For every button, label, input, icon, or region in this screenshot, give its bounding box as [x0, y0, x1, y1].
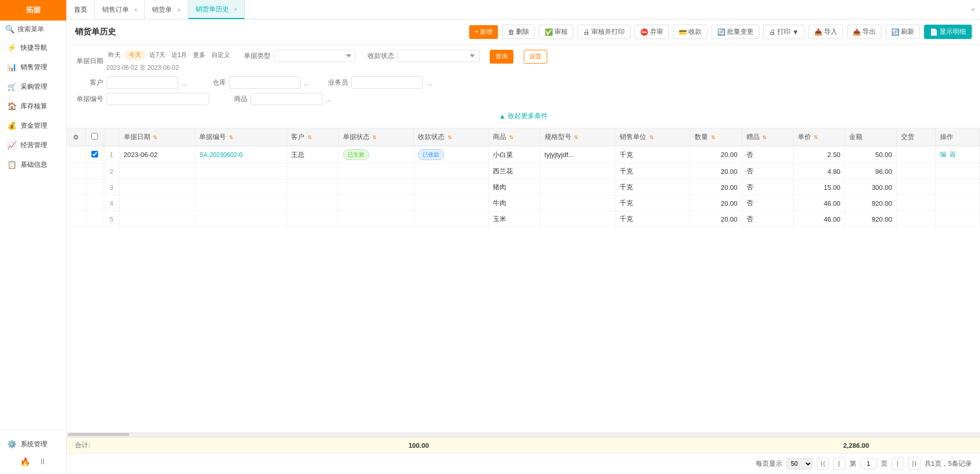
th-qty[interactable]: 数量 ⇅ [690, 128, 742, 146]
th-customer[interactable]: 客户 ⇅ [287, 128, 338, 146]
th-spec[interactable]: 规格型号 ⇅ [540, 128, 615, 146]
cell-unit-2: 千克 [615, 180, 690, 195]
th-price[interactable]: 单价 ⇅ [793, 128, 844, 146]
sidebar-item-inventory[interactable]: 🏠 库存核算 [0, 96, 66, 116]
cell-checkbox-1[interactable] [85, 164, 104, 180]
date-shortcuts: 昨天 今天 近7天 近1月 更多 自定义 [106, 50, 232, 61]
date-btn-7days[interactable]: 近7天 [147, 50, 167, 61]
staff-input[interactable] [351, 76, 423, 89]
cell-docno-4 [195, 211, 287, 227]
abandon-button[interactable]: ⛔ 弃审 [635, 25, 669, 39]
warehouse-dots[interactable]: ... [304, 78, 310, 87]
date-btn-today[interactable]: 今天 [125, 50, 145, 61]
cell-docdate-1 [119, 164, 195, 180]
cell-docno-1 [195, 164, 287, 180]
goods-dots[interactable]: ... [325, 95, 332, 103]
audit-print-button[interactable]: 🖨 审核并打印 [578, 25, 630, 39]
page-first-button[interactable]: ⟨⟨ [817, 458, 829, 470]
warehouse-filter-group: 仓库 ... [198, 76, 310, 89]
page-num-input[interactable] [860, 459, 877, 469]
action-edit-0[interactable]: 编 [940, 151, 946, 158]
row-checkbox-0[interactable] [91, 151, 98, 157]
customer-dots[interactable]: ... [181, 78, 187, 87]
cell-price-0: 2.50 [793, 146, 844, 164]
print-button[interactable]: 🖨 打印 ▼ [763, 25, 804, 39]
filter-row-1: 单据日期 昨天 今天 近7天 近1月 更多 自定义 2023-06-02 至 2… [75, 50, 972, 72]
cell-gift-1: 否 [742, 164, 793, 180]
sidebar-pause-icon[interactable]: ⏸ [39, 457, 47, 467]
cell-paystatus-0: 已收款 [414, 146, 489, 164]
tab-sales-delivery-close[interactable]: × [177, 7, 180, 13]
staff-dots[interactable]: ... [426, 78, 432, 87]
sidebar-item-purchase-mgmt[interactable]: 🛒 采购管理 [0, 77, 66, 96]
doc-type-select[interactable] [274, 50, 356, 62]
show-detail-button[interactable]: 📄 显示明细 [924, 25, 972, 39]
cell-checkbox-2[interactable] [85, 180, 104, 195]
collapse-button[interactable]: ▲ 收起更多条件 [75, 109, 972, 123]
cell-checkbox-0[interactable] [85, 146, 104, 164]
warehouse-input[interactable] [229, 76, 301, 89]
audit-button[interactable]: ✅ 审核 [539, 25, 573, 39]
th-doc-status[interactable]: 单据状态 ⇅ [338, 128, 413, 146]
per-page-select[interactable]: 50 100 [786, 458, 813, 469]
collect-button[interactable]: 💳 收款 [673, 25, 707, 39]
export-button[interactable]: 📤 导出 [847, 25, 881, 39]
filter-row-3: 单据编号 商品 ... [75, 93, 972, 105]
date-btn-yesterday[interactable]: 昨天 [106, 50, 123, 61]
th-unit[interactable]: 销售单位 ⇅ [615, 128, 690, 146]
sidebar-item-search-menu[interactable]: 🔍 搜索菜单 [0, 21, 66, 38]
tab-home-label: 首页 [74, 5, 87, 14]
date-btn-custom[interactable]: 自定义 [209, 50, 232, 61]
tab-sales-order[interactable]: 销售订单 × [95, 0, 145, 19]
th-doc-no[interactable]: 单据编号 ⇅ [195, 128, 287, 146]
sidebar-item-sys-mgmt[interactable]: ⚙️ 系统管理 [0, 434, 66, 454]
cell-checkbox-4[interactable] [85, 211, 104, 227]
tab-sales-history-close[interactable]: × [234, 6, 237, 12]
th-goods[interactable]: 商品 ⇅ [489, 128, 540, 146]
tab-bar: 首页 销售订单 × 销货单 × 销货单历史 × × [67, 0, 980, 19]
cell-checkbox-3[interactable] [85, 195, 104, 211]
scroll-thumb[interactable] [68, 433, 129, 436]
tab-sales-order-close[interactable]: × [134, 7, 137, 13]
doc-no-link-0[interactable]: SA-20230602-0 [199, 151, 242, 159]
sidebar-item-ops-mgmt[interactable]: 📈 经营管理 [0, 135, 66, 155]
tab-sales-history[interactable]: 销货单历史 × [188, 0, 245, 19]
settings-button[interactable]: 设置 [524, 50, 547, 64]
tab-home[interactable]: 首页 [67, 0, 95, 19]
cell-action-2 [935, 180, 979, 195]
sidebar-item-sales-mgmt[interactable]: 📊 销售管理 [0, 57, 66, 77]
th-gift[interactable]: 赠品 ⇅ [742, 128, 793, 146]
new-button[interactable]: + 新增 [469, 25, 498, 39]
sidebar-item-fund-mgmt[interactable]: 💰 资金管理 [0, 116, 66, 135]
delete-button[interactable]: 🗑 删除 [502, 25, 535, 39]
th-pay-status[interactable]: 收款状态 ⇅ [414, 128, 489, 146]
cell-customer-0: 王总 [287, 146, 338, 164]
sidebar-collapse-icon[interactable]: 🔥 [20, 457, 30, 467]
batch-change-button[interactable]: 🔄 批量变更 [712, 25, 759, 39]
table-scrollbar[interactable] [67, 432, 980, 437]
doc-type-filter-group: 单据类型 [242, 50, 356, 62]
goods-input[interactable] [251, 93, 322, 105]
import-button[interactable]: 📥 导入 [809, 25, 843, 39]
cell-spec-1 [540, 164, 615, 180]
sidebar-item-basic-info[interactable]: 📋 基础信息 [0, 155, 66, 174]
th-doc-date[interactable]: 单据日期 ⇅ [119, 128, 195, 146]
pay-status-select[interactable] [397, 50, 479, 62]
list-icon: 📋 [7, 160, 16, 169]
page-last-button[interactable]: ⟩⟩ [908, 458, 920, 470]
th-settings[interactable]: ⚙ [67, 128, 85, 146]
tab-sales-delivery[interactable]: 销货单 × [145, 0, 188, 19]
page-prev-button[interactable]: ⟨ [833, 458, 846, 470]
customer-input[interactable] [106, 76, 178, 89]
th-checkbox[interactable] [85, 128, 104, 146]
tab-close-all[interactable]: × [971, 6, 980, 13]
action-more-0[interactable]: 器 [950, 151, 956, 158]
doc-no-input[interactable] [106, 93, 209, 105]
date-btn-more[interactable]: 更多 [191, 50, 207, 61]
select-all-checkbox[interactable] [91, 133, 98, 140]
page-next-button[interactable]: ⟩ [892, 458, 904, 470]
query-button[interactable]: 查询 [490, 50, 513, 64]
sidebar-item-quick-nav[interactable]: ⚡ 快捷导航 [0, 38, 66, 57]
refresh-button[interactable]: 🔃 刷新 [886, 25, 920, 39]
date-btn-1month[interactable]: 近1月 [169, 50, 189, 61]
